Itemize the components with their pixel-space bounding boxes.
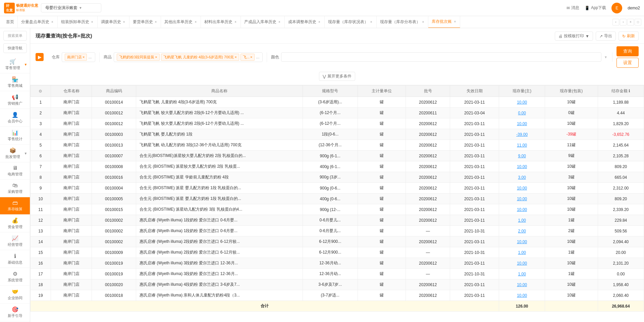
cell-qty-main[interactable]: 1.00 xyxy=(499,269,545,279)
tab-material-out-close[interactable]: × xyxy=(234,19,237,24)
cell-qty-main[interactable]: 10.00 xyxy=(499,258,545,269)
sidebar-quick-nav[interactable]: 快捷导航 xyxy=(3,43,27,53)
user-avatar[interactable]: E xyxy=(611,3,622,13)
btn-print[interactable]: 🖨 按模板打印 ▼ xyxy=(555,32,593,41)
tab-product-in-close[interactable]: × xyxy=(278,19,281,24)
tab-stock-dist-label: 现存量（库存分布表） xyxy=(380,19,420,25)
goods-filter-tags[interactable]: 飞鹤奶粉3段同装提装 × 飞鹤星飞帆 儿童奶粉 4段(3-6岁适用) 700克 … xyxy=(114,52,263,62)
btn-expand-more[interactable]: ⋁ 展开更多条件 xyxy=(319,72,355,81)
tab-cost-adj[interactable]: 成本调整单历史× xyxy=(285,16,325,28)
tab-stock-dist[interactable]: 现存量（库存分布表）× xyxy=(377,16,429,28)
logo-icon: 好生意 xyxy=(4,3,15,13)
goods-tag-2[interactable]: 飞鹤星飞帆 儿童奶粉 4段(3-6岁适用) 700克 × xyxy=(161,54,239,61)
tab-diao-bo[interactable]: 调拨单历史× xyxy=(98,16,129,28)
tab-material-out-label: 材料出库单历史 xyxy=(204,19,232,25)
tab-home[interactable]: 首页 xyxy=(3,16,18,28)
warehouse-tag-nanan[interactable]: 南岸门店 × xyxy=(65,54,87,61)
cell-amount: 509.56 xyxy=(598,226,644,236)
warehouse-more-icon[interactable]: ... xyxy=(88,55,92,59)
sidebar-item-finance[interactable]: 💰 资金管理 xyxy=(0,215,30,232)
goods-tag-3[interactable]: 飞... × xyxy=(240,54,255,61)
filter-group-goods: 商品 飞鹤奶粉3段同装提装 × 飞鹤星飞帆 儿童奶粉 4段(3-6岁适用) 70… xyxy=(100,52,267,62)
tab-material-out[interactable]: 材料出库单历史× xyxy=(201,16,241,28)
goods-tag-1[interactable]: 飞鹤奶粉3段同装提装 × xyxy=(117,54,160,61)
cell-qty-main[interactable]: 0.00 xyxy=(499,108,545,118)
cell-name: 飞鹤星飞帆 较大婴儿配方奶粉 2段(6-12个月婴幼儿适用) ... xyxy=(136,118,303,129)
sidebar-item-wholesale-mgmt[interactable]: 📦 批发管理 ▼ xyxy=(0,145,30,162)
btn-query[interactable]: 查询 xyxy=(616,46,639,56)
sidebar-item-retail-mgmt[interactable]: 🛒 零售管理 ▼ xyxy=(0,56,30,73)
tab-stock-dist-close[interactable]: × xyxy=(422,19,425,24)
sidebar-item-marketing[interactable]: 📢 营销推广 xyxy=(0,91,30,109)
sidebar-item-ecommerce[interactable]: 🖥 电商管理 xyxy=(0,162,30,180)
cell-qty-main[interactable]: 1.00 xyxy=(499,247,545,258)
workspace-selector[interactable]: 母婴行业演示账套 ▼ xyxy=(41,3,101,12)
cell-qty-main[interactable]: 3.00 xyxy=(499,172,545,183)
tab-product-in[interactable]: 产成品入库单历史× xyxy=(241,16,285,28)
tab-stock-batch-close[interactable]: × xyxy=(453,19,457,24)
app-download-action[interactable]: 📱 App下载 xyxy=(585,5,606,11)
tab-fen-pan-close[interactable]: × xyxy=(51,19,54,24)
cell-qty-main[interactable]: 10.00 xyxy=(499,118,545,129)
cell-qty-main[interactable]: 10.00 xyxy=(499,161,545,172)
tab-scroll-left[interactable]: ‹ xyxy=(612,19,619,25)
tab-zu-zhuang[interactable]: 组装拆卸单历史× xyxy=(58,16,98,28)
color-dropdown-icon[interactable]: ▼ xyxy=(603,55,608,59)
cell-qty-main[interactable]: -39.00 xyxy=(499,129,545,140)
cell-qty-main[interactable]: 1.00 xyxy=(499,215,545,226)
sidebar-item-collab[interactable]: 🤝 企业协同 xyxy=(0,286,30,304)
table-row: 2 南岸门店 00100012 飞鹤星飞帆 较大婴儿配方奶粉 2段(6-12个月… xyxy=(31,108,644,118)
cell-no: 9 xyxy=(31,183,51,194)
tab-yao-huo[interactable]: 要货单历史× xyxy=(129,16,161,28)
btn-settings[interactable]: 设置 xyxy=(616,58,639,68)
tab-stock-status-close[interactable]: × xyxy=(370,19,373,24)
cell-qty-main[interactable]: 10.00 xyxy=(499,194,545,204)
goods-tag-3-remove[interactable]: × xyxy=(250,55,252,59)
cell-qty-main[interactable]: 2.00 xyxy=(499,226,545,236)
btn-export[interactable]: ↗ 导出 xyxy=(596,32,616,41)
tab-yao-huo-close[interactable]: × xyxy=(154,19,158,24)
cell-qty-main[interactable]: 10.00 xyxy=(499,290,545,301)
cell-qty-main[interactable]: 10.00 xyxy=(499,236,545,247)
tab-maximize[interactable]: □ xyxy=(635,19,641,25)
goods-more-icon[interactable]: ... xyxy=(256,55,259,59)
message-action[interactable]: ✉ 消息 xyxy=(567,5,579,11)
tab-fen-pan[interactable]: 分量盘点单历史× xyxy=(18,16,58,28)
cell-qty-main[interactable]: 9.00 xyxy=(499,151,545,161)
filter-toggle-btn[interactable]: ▶ xyxy=(36,53,44,61)
tab-other-out[interactable]: 其他出库单历史× xyxy=(161,16,201,28)
goods-tag-2-remove[interactable]: × xyxy=(234,55,236,59)
cell-qty-main[interactable]: 10.00 xyxy=(499,97,545,108)
tab-scroll-right[interactable]: › xyxy=(620,19,627,25)
sidebar-search[interactable]: 搜索菜单 xyxy=(3,31,27,41)
goods-tag-1-remove[interactable]: × xyxy=(155,55,157,59)
sidebar-item-system[interactable]: ⚙ 系统管理 xyxy=(0,268,30,286)
tab-diao-bo-close[interactable]: × xyxy=(122,19,126,24)
tab-zu-zhuang-close[interactable]: × xyxy=(91,19,94,24)
tab-close-current[interactable]: × xyxy=(627,19,634,25)
th-settings[interactable]: ⚙ xyxy=(31,86,51,97)
sidebar-item-basic-info[interactable]: ℹ 基础信息 xyxy=(0,250,30,268)
cell-qty-main[interactable]: 10.00 xyxy=(499,183,545,194)
warehouse-tag-remove[interactable]: × xyxy=(83,55,85,59)
tab-stock-status[interactable]: 现存量（库存状况表）× xyxy=(325,16,377,28)
sidebar-item-retail-mall[interactable]: 🏪 零售商城 xyxy=(0,73,30,91)
sidebar-item-guide[interactable]: 🎯 新手引导 xyxy=(0,304,30,321)
sidebar-item-member[interactable]: 👤 会员中心 xyxy=(0,109,30,127)
tab-other-out-close[interactable]: × xyxy=(194,19,197,24)
color-filter-box[interactable] xyxy=(281,52,602,62)
cell-qty-main[interactable]: 10.00 xyxy=(499,204,545,215)
warehouse-filter-tags[interactable]: 南岸门店 × ... xyxy=(62,52,95,62)
sidebar-item-purchase[interactable]: 🛍 采购管理 xyxy=(0,180,30,197)
table-row: 5 南岸门店 00100013 飞鹤星飞帆 幼儿配方奶粉 3段(12-36个月幼… xyxy=(31,140,644,151)
sidebar-item-retail-stats[interactable]: 📊 零售统计 xyxy=(0,127,30,145)
goods-filter-label: 商品 xyxy=(104,54,112,60)
sidebar-item-stock[interactable]: 🗃 库存核算 xyxy=(0,197,30,215)
tab-cost-adj-close[interactable]: × xyxy=(318,19,321,24)
tab-stock-batch[interactable]: 库存批次账× xyxy=(428,16,460,28)
btn-refresh[interactable]: ↻ 刷新 xyxy=(619,32,639,41)
cell-qty-main[interactable]: 10.00 xyxy=(499,279,545,290)
sidebar-item-operation[interactable]: 📈 经营管理 xyxy=(0,232,30,250)
cell-qty-pkg: 9罐 xyxy=(545,151,598,161)
cell-qty-main[interactable]: 11.00 xyxy=(499,140,545,151)
